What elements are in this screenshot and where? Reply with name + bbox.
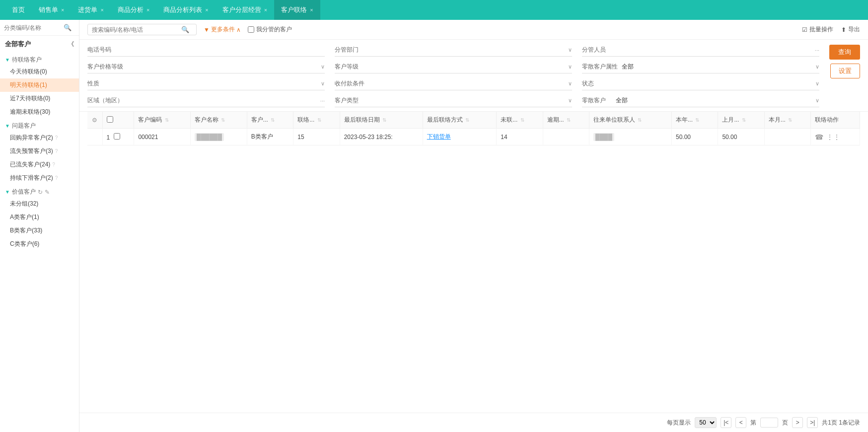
sidebar-item-overdue-contact[interactable]: 逾期未联络(30) [0, 105, 79, 119]
contact-action-icon[interactable]: ☎ [815, 133, 823, 141]
close-product-analysis-tab[interactable]: × [146, 7, 149, 13]
filter-button[interactable]: ▼ 更多条件 ∧ [201, 24, 244, 35]
row-code: 000021 [134, 129, 191, 145]
nav-purchase[interactable]: 进货单 × [71, 0, 110, 20]
nav-sales[interactable]: 销售单 × [32, 0, 71, 20]
filter-manager-label: 分管人员 [582, 46, 612, 54]
filter-row-3: 性质 ∨ 收付款条件 ∨ 状态 ∨ [87, 77, 829, 90]
filter-status-label: 状态 [582, 79, 612, 88]
filter-price-level-label: 客户价格等级 [87, 63, 123, 71]
settings-button[interactable]: 设置 [830, 64, 860, 78]
sort-icon-year: ⇅ [695, 117, 699, 123]
export-button[interactable]: ⬆ 导出 [841, 25, 860, 34]
page-number-input[interactable]: 1 [760, 418, 778, 428]
manager-dots[interactable]: ··· [815, 47, 819, 53]
col-last-month: 上月... ⇅ [718, 112, 764, 129]
filter-actions: 查询 设置 [829, 44, 860, 107]
sidebar-item-declining[interactable]: 持续下滑客户(2) ? [0, 171, 79, 185]
close-purchase-tab[interactable]: × [100, 7, 103, 13]
filter-nature: 性质 ∨ [87, 77, 325, 90]
sidebar-search-input[interactable] [4, 24, 64, 31]
edit-icon[interactable]: ✎ [45, 189, 50, 196]
sidebar-item-class-c[interactable]: C类客户(6) [0, 237, 79, 251]
help-icon-1: ? [55, 135, 58, 141]
customer-table: ⚙ 客户编码 ⇅ 客户名称 ⇅ 客户... ⇅ [87, 112, 860, 145]
select-all-checkbox[interactable] [107, 116, 113, 123]
search-input[interactable] [92, 26, 181, 33]
my-customers-checkbox[interactable] [248, 26, 254, 33]
collapse-icon: 《 [68, 40, 74, 49]
sort-icon-date: ⇅ [382, 117, 386, 123]
search-icon[interactable]: 🔍 [181, 26, 189, 33]
batch-button[interactable]: ☑ 批量操作 [802, 25, 833, 34]
all-customers-header[interactable]: 全部客户 《 [0, 36, 79, 53]
nav-product-analysis[interactable]: 商品分析 × [111, 0, 156, 20]
filter-dept-label: 分管部门 [335, 46, 364, 54]
col-code: 客户编码 ⇅ [134, 112, 191, 129]
col-uncontacted: 未联... ⇅ [497, 112, 543, 129]
region-dots[interactable]: ··· [320, 98, 325, 104]
row-select-checkbox[interactable] [114, 133, 120, 140]
retail-customer-arrow-icon: ∨ [815, 97, 819, 104]
total-records-label: 共1页 1条记录 [822, 419, 860, 427]
filter-retail-customer-value: 全部 [616, 96, 813, 105]
sidebar: 🔍 全部客户 《 ▼ 待联络客户 今天待联络(0) 明天待联络(1) 近7天待联… [0, 20, 79, 432]
status-arrow-icon: ∨ [815, 80, 819, 87]
row-action-buttons: ☎ ⋮⋮ [815, 133, 856, 141]
close-customer-contact-tab[interactable]: × [310, 7, 313, 13]
sidebar-item-class-b[interactable]: B类客户(33) [0, 224, 79, 237]
sidebar-item-today-contact[interactable]: 今天待联络(0) [0, 65, 79, 78]
sort-icon-overdue: ⇅ [567, 117, 571, 123]
nav-customer-contact[interactable]: 客户联络 × [274, 0, 320, 20]
sidebar-item-class-a[interactable]: A类客户(1) [0, 211, 79, 224]
filter-customer-level: 客户等级 ∨ [335, 61, 572, 73]
more-action-icon[interactable]: ⋮⋮ [826, 133, 840, 141]
main-layout: 🔍 全部客户 《 ▼ 待联络客户 今天待联络(0) 明天待联络(1) 近7天待联… [0, 20, 868, 432]
filter-manager: 分管人员 ··· [582, 44, 819, 57]
filter-panel: 电话号码 分管部门 ∨ 分管人员 ··· [79, 40, 868, 112]
close-product-analysis-list-tab[interactable]: × [205, 7, 208, 13]
top-navigation: 首页 销售单 × 进货单 × 商品分析 × 商品分析列表 × 客户分层经营 × … [0, 0, 868, 20]
sidebar-search-icon: 🔍 [64, 24, 72, 31]
col-settings[interactable]: ⚙ [87, 112, 102, 129]
sort-icon-contact: ⇅ [317, 117, 321, 123]
prev-page-button[interactable]: < [735, 417, 746, 428]
sidebar-item-tomorrow-contact[interactable]: 明天待联络(1) [0, 78, 79, 92]
table-header-row: ⚙ 客户编码 ⇅ 客户名称 ⇅ 客户... ⇅ [87, 112, 860, 129]
price-level-arrow-icon: ∨ [321, 64, 325, 70]
sidebar-item-repurchase-abnormal[interactable]: 回购异常客户(2) ? [0, 131, 79, 144]
contact-method-link[interactable]: 下销货单 [427, 133, 451, 140]
nav-home[interactable]: 首页 [5, 0, 32, 20]
page-suffix: 页 [782, 419, 788, 427]
sort-icon-uncontacted: ⇅ [520, 117, 524, 123]
filter-customer-type-label: 客户类型 [335, 96, 364, 105]
filter-icon: ▼ [204, 26, 210, 33]
col-checkbox [102, 112, 134, 129]
query-button[interactable]: 查询 [829, 45, 860, 60]
per-page-select[interactable]: 50 [695, 417, 717, 428]
nav-customer-tiering[interactable]: 客户分层经营 × [216, 0, 274, 20]
customer-type-arrow-icon: ∨ [568, 97, 572, 104]
customer-level-arrow-icon: ∨ [568, 64, 572, 70]
toolbar: 🔍 ▼ 更多条件 ∧ 我分管的客户 ☑ 批量操作 ⬆ 导出 [79, 20, 868, 40]
row-settings [87, 129, 102, 145]
nav-product-analysis-list[interactable]: 商品分析列表 × [156, 0, 215, 20]
row-company-contact: ████ [589, 129, 672, 145]
sidebar-item-churn-warning[interactable]: 流失预警客户(3) ? [0, 144, 79, 158]
sidebar-item-churned[interactable]: 已流失客户(24) ? [0, 158, 79, 171]
table-row: 1 000021 ██████ B类客户 15 [87, 129, 860, 145]
row-last-month: 50.00 [718, 129, 764, 145]
close-customer-tiering-tab[interactable]: × [264, 7, 267, 13]
filter-customer-level-label: 客户等级 [335, 63, 364, 71]
col-type: 客户... ⇅ [247, 112, 293, 129]
row-last-method: 下销货单 [423, 129, 497, 145]
sidebar-item-ungrouped[interactable]: 未分组(32) [0, 197, 79, 211]
close-sales-tab[interactable]: × [61, 7, 64, 13]
row-this-year: 50.00 [671, 129, 718, 145]
next-page-button[interactable]: > [792, 417, 803, 428]
first-page-button[interactable]: |< [721, 417, 731, 428]
search-box: 🔍 [87, 24, 197, 35]
refresh-icon[interactable]: ↻ [38, 189, 43, 196]
last-page-button[interactable]: >| [807, 417, 818, 428]
sidebar-item-7days-contact[interactable]: 近7天待联络(0) [0, 92, 79, 105]
